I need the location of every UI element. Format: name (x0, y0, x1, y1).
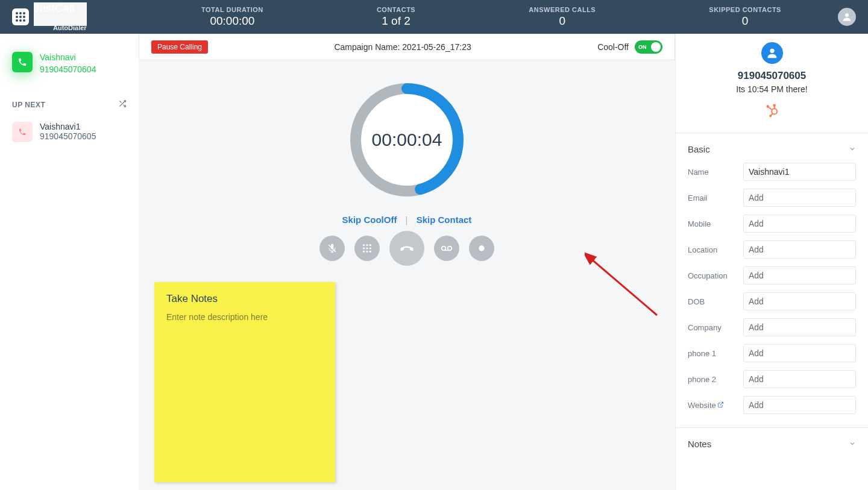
sidebar: Vaishnavi 919045070604 UP NEXT Vaishnavi… (0, 34, 139, 490)
field-input[interactable]: Vaishnavi1 (743, 163, 856, 181)
shuffle-icon[interactable] (118, 99, 127, 110)
field-row: DOBAdd (688, 292, 856, 310)
timer-ring: 00:00:04 (347, 80, 467, 200)
hubspot-icon[interactable] (676, 104, 868, 119)
stat-skipped: SKIPPED CONTACTS 0 (709, 6, 781, 28)
svg-point-5 (23, 16, 25, 18)
svg-point-6 (16, 19, 18, 22)
svg-line-27 (591, 259, 657, 315)
svg-point-28 (770, 49, 774, 53)
svg-point-23 (442, 247, 446, 251)
section-basic-toggle[interactable]: Basic (688, 144, 856, 154)
svg-point-0 (16, 12, 18, 14)
skip-cooloff-link[interactable]: Skip CoolOff (342, 215, 397, 225)
svg-point-1 (19, 12, 22, 14)
field-row: EmailAdd (688, 189, 856, 207)
field-input[interactable]: Add (743, 370, 856, 388)
field-row: NameVaishnavi1 (688, 163, 856, 181)
cooloff-toggle[interactable]: ON (635, 40, 662, 54)
chevron-down-icon (849, 144, 856, 154)
field-row: CompanyAdd (688, 318, 856, 336)
timer-value: 00:00:04 (347, 80, 467, 200)
next-contact-phone: 919045070605 (40, 131, 96, 141)
voicemail-button[interactable] (434, 236, 459, 261)
field-label: DOB (688, 297, 737, 306)
next-contact[interactable]: Vaishnavi1 919045070605 (12, 119, 127, 145)
svg-point-9 (845, 13, 849, 17)
svg-point-33 (767, 105, 769, 107)
field-label: Email (688, 193, 737, 203)
field-input[interactable]: Add (743, 318, 856, 336)
svg-point-15 (366, 244, 368, 246)
svg-point-14 (363, 244, 365, 246)
field-label: Company (688, 323, 737, 332)
svg-point-16 (370, 244, 371, 246)
call-controls (139, 236, 675, 266)
field-label: phone 2 (688, 375, 737, 384)
logo-text-sub: AutoDialer (53, 25, 87, 31)
field-input[interactable]: Add (743, 344, 856, 362)
svg-point-35 (770, 115, 771, 116)
svg-point-4 (19, 16, 22, 18)
current-contact[interactable]: Vaishnavi 919045070604 (6, 46, 133, 81)
field-input[interactable]: Add (743, 240, 856, 259)
pause-calling-button[interactable]: Pause Calling (151, 40, 208, 54)
field-row: MobileAdd (688, 215, 856, 233)
mute-button[interactable] (319, 236, 345, 261)
svg-point-20 (363, 251, 365, 253)
skip-contact-link[interactable]: Skip Contact (417, 215, 472, 225)
field-label: Name (688, 168, 737, 177)
main-panel: Pause Calling Campaign Name: 2021-05-26_… (139, 34, 675, 490)
dialpad-button[interactable] (354, 236, 380, 261)
record-button[interactable] (469, 236, 494, 261)
svg-point-21 (366, 251, 368, 253)
field-label: phone 1 (688, 349, 737, 358)
phone-icon (12, 52, 33, 72)
section-notes-toggle[interactable]: Notes (688, 439, 856, 449)
field-input[interactable]: Add (743, 266, 856, 284)
field-row: phone 2Add (688, 370, 856, 388)
notes-card[interactable]: Take Notes Enter note description here (154, 282, 335, 482)
field-input[interactable]: Add (743, 215, 856, 233)
hangup-button[interactable] (389, 231, 424, 266)
campaign-name: Campaign Name: 2021-05-26_17:23 (220, 42, 585, 52)
cooloff-label: Cool-Off (597, 42, 629, 52)
field-input[interactable]: Add (743, 292, 856, 310)
svg-point-22 (370, 251, 371, 253)
chevron-down-icon (849, 439, 856, 449)
top-header: JustCall AutoDialer TOTAL DURATION 00:00… (0, 0, 868, 34)
svg-point-3 (16, 16, 18, 18)
field-label: Location (688, 245, 737, 254)
svg-point-8 (23, 19, 25, 22)
svg-point-26 (479, 245, 484, 251)
notes-placeholder: Enter note description here (166, 312, 323, 322)
field-input[interactable]: Add (743, 396, 856, 414)
field-row: WebsiteAdd (688, 396, 856, 414)
svg-point-18 (366, 247, 368, 249)
field-label: Website (688, 401, 737, 410)
field-label: Mobile (688, 219, 737, 228)
field-input[interactable]: Add (743, 189, 856, 207)
svg-point-29 (772, 108, 777, 114)
field-label: Occupation (688, 271, 737, 280)
user-avatar-icon[interactable] (838, 8, 856, 26)
logo-text-main: JustCall (34, 2, 87, 26)
svg-line-32 (768, 107, 772, 110)
contact-details-panel: 919045070605 Its 10:54 PM there! Basic N… (675, 34, 868, 490)
upnext-label: UP NEXT (12, 101, 45, 109)
external-link-icon[interactable] (717, 401, 724, 410)
notes-title: Take Notes (166, 293, 323, 305)
field-row: OccupationAdd (688, 266, 856, 284)
current-contact-phone: 919045070604 (40, 64, 96, 76)
svg-point-2 (23, 12, 25, 14)
svg-point-19 (370, 247, 371, 249)
logo[interactable]: JustCall AutoDialer (12, 2, 145, 31)
logo-icon (12, 8, 29, 25)
contact-avatar-icon (761, 42, 783, 64)
stat-duration: TOTAL DURATION 00:00:00 (201, 6, 263, 28)
field-row: phone 1Add (688, 344, 856, 362)
contact-phone: 919045070605 (676, 70, 868, 82)
contact-timezone: Its 10:54 PM there! (676, 84, 868, 94)
stat-contacts: CONTACTS 1 of 2 (377, 6, 415, 28)
phone-icon (12, 122, 33, 142)
